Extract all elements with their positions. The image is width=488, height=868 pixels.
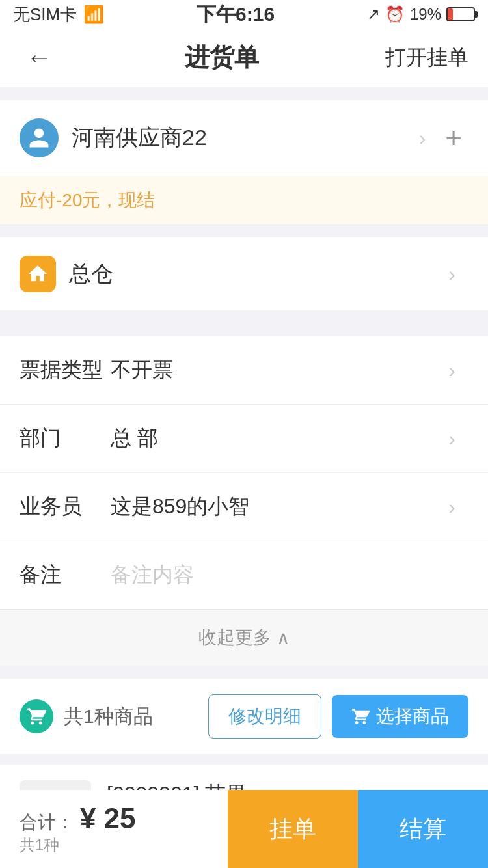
form-section: 票据类型 不开票 › 部门 总 部 › 业务员 这是859的小智 › 备注 备注…: [0, 323, 488, 609]
department-label: 部门: [20, 424, 111, 453]
total-amount: ¥ 25: [80, 802, 136, 834]
supplier-name: 河南供应商22: [72, 123, 419, 153]
select-product-icon: [351, 707, 370, 726]
total-section: 合计： ¥ 25 共1种: [0, 802, 228, 856]
add-supplier-button[interactable]: +: [439, 122, 468, 154]
select-product-label: 选择商品: [376, 704, 449, 729]
warehouse-icon: [27, 263, 49, 285]
bottom-bar: 合计： ¥ 25 共1种 挂单 结算: [0, 790, 488, 868]
person-icon: [27, 126, 51, 150]
bill-type-chevron-icon: ›: [448, 359, 455, 383]
battery-icon: [446, 7, 475, 21]
page-title: 进货单: [185, 41, 259, 74]
warehouse-chevron-icon: ›: [448, 262, 455, 286]
remark-input[interactable]: 备注内容: [111, 561, 468, 590]
staff-label: 业务员: [20, 493, 111, 521]
collapse-row[interactable]: 收起更多 ∧: [0, 609, 488, 666]
supplier-section: 河南供应商22 › + 应付-20元，现结: [0, 100, 488, 224]
nav-bar: ← 进货单 打开挂单: [0, 29, 488, 87]
supplier-row[interactable]: 河南供应商22 › +: [0, 100, 488, 176]
staff-value: 这是859的小智: [111, 493, 448, 521]
status-time: 下午6:16: [197, 1, 275, 28]
supplier-notice: 应付-20元，现结: [0, 176, 488, 224]
divider-4: [0, 666, 488, 679]
department-value: 总 部: [111, 424, 448, 453]
staff-chevron-icon: ›: [448, 495, 455, 519]
department-row[interactable]: 部门 总 部 ›: [0, 405, 488, 473]
bill-type-label: 票据类型: [20, 356, 111, 385]
status-bar: 无SIM卡 📶 下午6:16 ↗ ⏰ 19%: [0, 0, 488, 29]
product-count-text: 共1种商品: [64, 703, 208, 730]
collapse-icon: ∧: [277, 627, 290, 649]
total-count: 共1种: [20, 835, 208, 856]
back-button[interactable]: ←: [20, 36, 59, 79]
edit-detail-button[interactable]: 修改明细: [208, 694, 321, 739]
product-count-icon: [20, 699, 53, 733]
battery-percent: 19%: [410, 5, 441, 23]
supplier-chevron-icon: ›: [419, 126, 426, 150]
department-chevron-icon: ›: [448, 427, 455, 451]
warehouse-icon-container: [20, 256, 56, 292]
bill-type-row[interactable]: 票据类型 不开票 ›: [0, 336, 488, 405]
bill-type-value: 不开票: [111, 356, 448, 385]
staff-row[interactable]: 业务员 这是859的小智 ›: [0, 473, 488, 541]
cart-icon: [27, 707, 46, 726]
total-label: 合计：: [20, 812, 74, 832]
wifi-icon: 📶: [83, 5, 104, 25]
total-row: 合计： ¥ 25: [20, 802, 208, 835]
select-product-button[interactable]: 选择商品: [332, 695, 468, 738]
status-right: ↗ ⏰ 19%: [367, 5, 475, 23]
location-icon: ↗: [367, 5, 380, 23]
supplier-avatar: [20, 118, 59, 157]
warehouse-name: 总仓: [69, 259, 448, 289]
checkout-button[interactable]: 结算: [358, 790, 488, 868]
divider-3: [0, 323, 488, 336]
hang-button[interactable]: 挂单: [228, 790, 358, 868]
remark-label: 备注: [20, 561, 111, 590]
divider-2: [0, 224, 488, 237]
open-hang-button[interactable]: 打开挂单: [385, 44, 468, 72]
product-header: 共1种商品 修改明细 选择商品: [0, 679, 488, 754]
carrier-text: 无SIM卡: [13, 3, 77, 26]
warehouse-row[interactable]: 总仓 ›: [0, 237, 488, 310]
status-left: 无SIM卡 📶: [13, 3, 104, 26]
collapse-text: 收起更多: [198, 625, 271, 650]
remark-row[interactable]: 备注 备注内容: [0, 541, 488, 609]
alarm-icon: ⏰: [385, 5, 405, 23]
divider-1: [0, 87, 488, 100]
